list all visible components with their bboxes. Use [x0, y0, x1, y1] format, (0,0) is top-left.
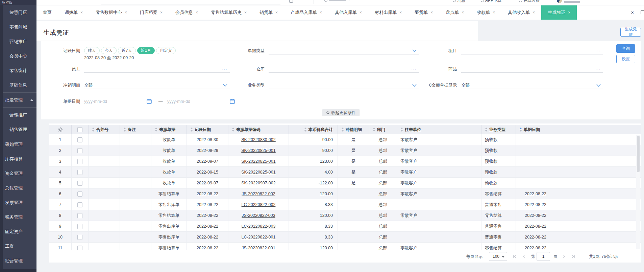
sidebar-item-营销推广[interactable]: 营销推广 — [0, 34, 36, 49]
close-tab-icon[interactable]: × — [244, 10, 247, 15]
chevron-down-icon[interactable] — [596, 84, 601, 87]
sort-icon[interactable] — [155, 128, 157, 132]
column-header-checkbox[interactable] — [72, 125, 89, 134]
next-page-icon[interactable] — [562, 254, 566, 258]
source-doc-link[interactable]: SK-20220825-001 — [241, 159, 275, 164]
tab-销货单[interactable]: 销货单× — [253, 5, 284, 20]
chevron-down-icon[interactable] — [412, 84, 417, 87]
query-button[interactable]: 查询 — [616, 44, 635, 53]
source-doc-link[interactable]: SK-20220907-002 — [241, 181, 275, 185]
column-header-业务类型[interactable]: 业务类型 — [481, 125, 516, 134]
goods-picker-dots[interactable]: ··· — [595, 65, 601, 73]
sidebar-item-基础信息[interactable]: 基础信息 — [0, 78, 36, 92]
sidebar-item-会员中心[interactable]: 会员中心 — [0, 49, 36, 63]
tab-产成品入库单[interactable]: 产成品入库单× — [284, 5, 328, 20]
close-tab-icon[interactable]: × — [360, 10, 362, 15]
warehouse-picker-dots[interactable]: ··· — [411, 65, 417, 73]
close-tab-icon[interactable]: × — [196, 10, 198, 15]
tab-门店档案[interactable]: 门店档案× — [133, 5, 169, 20]
tab-生成凭证[interactable]: 生成凭证× — [541, 5, 577, 20]
app-download-link[interactable]: APP下载 — [481, 0, 501, 3]
column-header-冲销明细[interactable]: 冲销明细 — [338, 125, 369, 134]
sort-icon[interactable] — [190, 128, 193, 132]
sidebar-item-总账管理[interactable]: 总账管理 — [0, 181, 36, 195]
date-pill-自定义[interactable]: 自定义 — [156, 47, 176, 54]
column-header-部门[interactable]: 部门 — [369, 125, 397, 134]
prev-page-icon[interactable] — [522, 254, 526, 258]
sort-icon[interactable] — [519, 128, 522, 132]
sort-icon[interactable] — [400, 128, 403, 132]
close-tab-icon[interactable]: × — [493, 10, 495, 15]
select-all-checkbox[interactable] — [77, 127, 82, 132]
row-checkbox[interactable] — [77, 202, 82, 207]
sidebar-item-固定资产[interactable]: 固定资产 — [0, 224, 36, 239]
support-link[interactable]: 在线客服 — [519, 0, 540, 3]
row-checkbox[interactable] — [77, 159, 82, 164]
chevron-down-icon[interactable] — [412, 49, 417, 52]
restore-layout-icon[interactable] — [641, 10, 644, 14]
sidebar-item-零售商城[interactable]: 零售商城 — [0, 20, 36, 34]
source-doc-link[interactable]: LC-20220822-001 — [242, 235, 276, 240]
close-tab-icon[interactable]: × — [462, 10, 464, 15]
column-header-记账日期[interactable]: 记账日期 — [187, 125, 228, 134]
tab-收款单[interactable]: 收款单× — [470, 5, 501, 20]
sort-icon[interactable] — [373, 128, 375, 132]
tab-首页[interactable]: 首页 — [36, 5, 58, 20]
sidebar-item-销售管理[interactable]: 销售管理 — [0, 122, 36, 137]
goods-input[interactable] — [461, 65, 603, 73]
column-header-往来单位[interactable]: 往来单位 — [397, 125, 481, 134]
close-tab-icon[interactable]: × — [320, 10, 322, 15]
gear-icon[interactable] — [58, 127, 63, 132]
sidebar-item-资金管理[interactable]: 资金管理 — [0, 166, 36, 181]
row-checkbox[interactable] — [77, 137, 82, 142]
table-scrollbar[interactable] — [636, 135, 640, 249]
sidebar-item-税务管理[interactable]: 税务管理 — [0, 210, 36, 224]
column-header-本币价税合计[interactable]: 本币价税合计 — [289, 125, 338, 134]
tab-零售数据中心[interactable]: 零售数据中心× — [89, 5, 133, 20]
doc-date-from-input[interactable] — [84, 98, 154, 105]
row-checkbox[interactable] — [77, 170, 82, 175]
tab-其他收入单[interactable]: 其他收入单× — [501, 5, 541, 20]
writeoff-select[interactable] — [84, 82, 230, 89]
sidebar-item-批发管理[interactable]: 批发管理 — [0, 93, 36, 107]
zero-amount-select[interactable] — [461, 82, 603, 89]
row-checkbox[interactable] — [77, 191, 82, 197]
sidebar-item-工资[interactable]: 工资 — [0, 239, 36, 253]
calendar-icon[interactable] — [230, 99, 235, 104]
settings-button[interactable]: 设置 — [616, 55, 635, 63]
tab-盘点单[interactable]: 盘点单× — [439, 5, 470, 20]
date-pill-今天[interactable]: 今天 — [101, 47, 117, 54]
last-page-icon[interactable] — [571, 254, 575, 258]
collapse-more-filters-button[interactable]: 收起更多条件 — [322, 109, 360, 116]
doc-type-input[interactable] — [269, 47, 419, 54]
sidebar-item-发票管理[interactable]: 发票管理 — [0, 195, 36, 210]
project-input[interactable] — [461, 47, 603, 54]
page-size-select[interactable]: 100 — [489, 252, 507, 261]
warehouse-input[interactable] — [269, 65, 419, 73]
quick-action-menu[interactable] — [324, 0, 350, 2]
avatar[interactable] — [557, 0, 562, 3]
calendar-icon[interactable] — [147, 99, 152, 104]
tab-会员信息[interactable]: 会员信息× — [169, 5, 204, 20]
row-checkbox[interactable] — [77, 213, 82, 218]
project-picker-dots[interactable]: ··· — [595, 47, 601, 54]
row-checkbox[interactable] — [77, 224, 82, 229]
close-tab-icon[interactable]: × — [160, 10, 163, 15]
tab-其他入库单[interactable]: 其他入库单× — [328, 5, 368, 20]
row-checkbox[interactable] — [77, 181, 82, 186]
tab-零售结算单历史[interactable]: 零售结算单历史× — [204, 5, 253, 20]
close-tab-icon[interactable]: × — [532, 10, 535, 15]
sidebar-item-智慧门店[interactable]: 智慧门店 — [0, 5, 36, 20]
column-header-来源单据[interactable]: 来源单据 — [151, 125, 187, 134]
source-doc-link[interactable]: SK-20220825-001 — [241, 148, 275, 153]
sort-icon[interactable] — [92, 128, 95, 132]
source-doc-link[interactable]: SK-20220830-002 — [241, 137, 275, 142]
sidebar-item-营销推广[interactable]: 营销推广 — [0, 108, 36, 122]
source-doc-link[interactable]: LC-20220822-003 — [242, 224, 276, 229]
tab-调拨单[interactable]: 调拨单× — [58, 5, 89, 20]
column-header-合并号[interactable]: 合并号 — [89, 125, 120, 134]
generate-voucher-button[interactable]: 生成凭证 — [620, 28, 641, 37]
close-tab-icon[interactable]: × — [80, 10, 83, 15]
source-doc-link[interactable]: JS-20220822-002 — [242, 191, 275, 196]
tab-要货单[interactable]: 要货单× — [408, 5, 439, 20]
